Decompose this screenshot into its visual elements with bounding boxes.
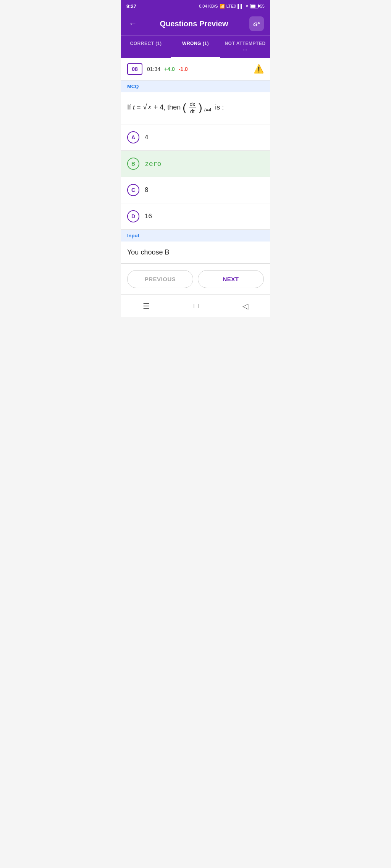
network-speed: 0.04 KB/S bbox=[199, 4, 218, 8]
option-a-text: 4 bbox=[145, 134, 148, 141]
bottom-nav: ☰ □ ◁ bbox=[121, 294, 270, 317]
app-header: ← Questions Preview Gx bbox=[121, 12, 270, 35]
option-d-circle: D bbox=[127, 210, 139, 222]
status-time: 9:27 bbox=[126, 3, 136, 9]
signal-bars: ▌▌ bbox=[238, 4, 244, 8]
translate-icon: Gx bbox=[253, 20, 260, 27]
question-text: If t = √x + 4, then ( dx dt ) t=4 is : bbox=[121, 92, 270, 124]
tabs-container: CORRECT (1) WRONG (1) NOT ATTEMPTED ... bbox=[121, 35, 270, 58]
back-nav-icon[interactable]: ◁ bbox=[235, 299, 256, 313]
page-title: Questions Preview bbox=[139, 19, 249, 28]
option-a-circle: A bbox=[127, 131, 139, 143]
tab-correct[interactable]: CORRECT (1) bbox=[121, 35, 171, 58]
option-b[interactable]: B zero bbox=[121, 151, 270, 177]
wifi-icon: 📶 bbox=[220, 4, 225, 9]
battery-icon bbox=[250, 4, 259, 8]
status-icons: 0.04 KB/S 📶 LTE0 ▌▌ ✕ 55 bbox=[199, 4, 265, 9]
input-value: You choose B bbox=[121, 242, 270, 264]
menu-icon[interactable]: ☰ bbox=[135, 299, 157, 313]
home-icon[interactable]: □ bbox=[186, 299, 206, 312]
status-bar: 9:27 0.04 KB/S 📶 LTE0 ▌▌ ✕ 55 bbox=[121, 0, 270, 12]
option-c-text: 8 bbox=[145, 186, 148, 194]
main-content: 08 01:34 +4.0 -1.0 ⚠️ MCQ If t = √x + 4,… bbox=[121, 58, 270, 294]
previous-button[interactable]: PREVIOUS bbox=[127, 270, 193, 288]
tab-wrong[interactable]: WRONG (1) bbox=[171, 35, 220, 58]
marks-positive: +4.0 bbox=[164, 66, 175, 72]
network-type: LTE0 bbox=[226, 4, 236, 8]
question-body: If t = √x + 4, then ( dx dt ) t=4 is : bbox=[127, 103, 224, 111]
navigation-buttons: PREVIOUS NEXT bbox=[121, 264, 270, 294]
option-d[interactable]: D 16 bbox=[121, 203, 270, 230]
option-c-circle: C bbox=[127, 184, 139, 196]
option-b-circle: B bbox=[127, 158, 139, 170]
option-b-text: zero bbox=[145, 159, 161, 167]
question-header: 08 01:34 +4.0 -1.0 ⚠️ bbox=[121, 58, 270, 81]
question-type-label: MCQ bbox=[121, 81, 270, 92]
question-number: 08 bbox=[127, 63, 142, 75]
warning-icon: ⚠️ bbox=[254, 64, 264, 74]
marks-negative: -1.0 bbox=[179, 66, 188, 72]
question-time: 01:34 bbox=[147, 66, 160, 72]
tab-not-attempted[interactable]: NOT ATTEMPTED ... bbox=[220, 35, 270, 58]
battery-percent: 55 bbox=[260, 4, 265, 8]
sqrt-expression: √x bbox=[143, 100, 152, 113]
input-section-label: Input bbox=[121, 230, 270, 242]
option-c[interactable]: C 8 bbox=[121, 177, 270, 203]
question-meta: 01:34 +4.0 -1.0 bbox=[147, 66, 254, 72]
option-d-text: 16 bbox=[145, 213, 152, 220]
next-button[interactable]: NEXT bbox=[198, 270, 264, 288]
close-icon: ✕ bbox=[245, 4, 249, 9]
option-a[interactable]: A 4 bbox=[121, 124, 270, 151]
translate-button[interactable]: Gx bbox=[249, 16, 264, 31]
back-button[interactable]: ← bbox=[127, 17, 139, 30]
